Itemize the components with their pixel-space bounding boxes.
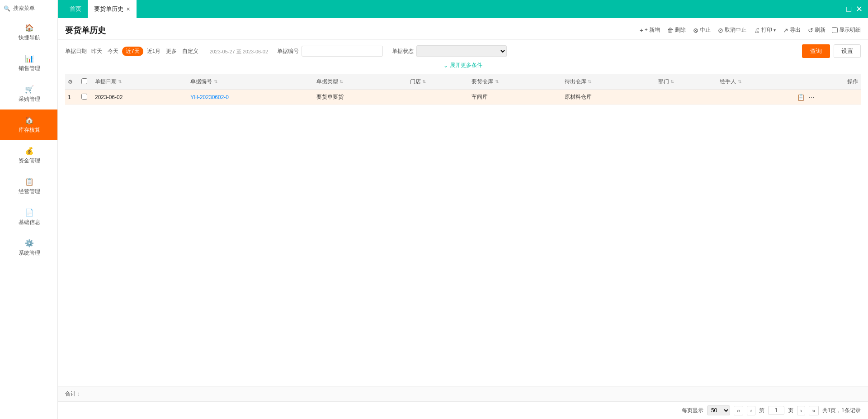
handler-sort-icon[interactable]: ⇅: [738, 79, 741, 84]
date-filter-group: 单据日期 昨天今天近7天近1月更多自定义: [65, 47, 200, 56]
order-no-sort-icon[interactable]: ⇅: [214, 79, 217, 84]
sidebar-item-basic-info[interactable]: 📄基础信息: [0, 202, 57, 233]
row-date: 2023-06-02: [92, 90, 188, 105]
settings-col-header: ⚙: [65, 74, 79, 90]
req-warehouse-col-header: 要货仓库 ⇅: [469, 74, 561, 90]
last-page-button[interactable]: »: [809, 406, 818, 415]
store-sort-icon[interactable]: ⇅: [422, 79, 426, 84]
maximize-icon[interactable]: □: [846, 5, 851, 14]
sidebar-search[interactable]: 🔍 搜索菜单: [0, 0, 57, 17]
table-area: ⚙ 单据日期 ⇅ 单据编号 ⇅: [58, 74, 868, 386]
new-button[interactable]: + + 新增: [638, 24, 661, 36]
cancel-stop-label: 取消中止: [725, 26, 746, 34]
display-detail-toggle[interactable]: 显示明细: [832, 26, 861, 34]
dest-warehouse-col-header: 待出仓库 ⇅: [562, 74, 656, 90]
print-button[interactable]: 🖨 打印 ▾: [753, 24, 777, 36]
dest-warehouse-col-label: 待出仓库: [565, 78, 586, 85]
sidebar-label-purchase: 采购管理: [19, 95, 40, 103]
tab-home[interactable]: 首页: [63, 0, 88, 18]
display-detail-checkbox[interactable]: [832, 27, 838, 33]
date-option-today[interactable]: 今天: [106, 47, 120, 56]
store-col-label: 门店: [410, 78, 421, 85]
delete-button[interactable]: 🗑 删除: [666, 24, 687, 36]
table-footer: 合计：: [58, 386, 868, 401]
order-type-sort-icon[interactable]: ⇅: [340, 79, 343, 84]
row-order-type: 要货单要货: [314, 90, 407, 105]
expand-label: 展开更多条件: [450, 62, 482, 69]
new-label: + 新增: [645, 26, 660, 34]
cancel-stop-icon: ⊘: [718, 27, 723, 34]
first-page-button[interactable]: «: [734, 406, 743, 415]
store-col-header: 门店 ⇅: [407, 74, 469, 90]
print-arrow-icon: ▾: [774, 28, 776, 33]
page-title: 要货单历史: [65, 25, 106, 36]
tab-requisition-history[interactable]: 要货单历史✕: [88, 0, 137, 18]
delete-label: 删除: [675, 26, 686, 34]
prev-page-button[interactable]: ‹: [747, 406, 755, 415]
row-more-icon[interactable]: ⋯: [808, 94, 815, 101]
page-content: 要货单历史 + + 新增 🗑 删除 ⊗ 中止 ⊘: [58, 18, 868, 419]
date-range-display: 2023-05-27 至 2023-06-02: [209, 48, 268, 55]
row-edit-icon[interactable]: 📋: [797, 94, 805, 101]
sidebar-icon-finance: 💰: [25, 147, 34, 155]
search-icon: 🔍: [4, 5, 10, 12]
order-type-col-header: 单据类型 ⇅: [314, 74, 407, 90]
status-select[interactable]: [416, 45, 507, 57]
row-select-checkbox[interactable]: [81, 94, 87, 100]
row-checkbox[interactable]: [79, 90, 92, 105]
per-page-label: 每页显示: [682, 407, 703, 414]
date-option-more[interactable]: 更多: [164, 47, 179, 56]
close-icon[interactable]: ✕: [856, 4, 863, 14]
per-page-select[interactable]: 2050100: [707, 405, 730, 415]
print-label: 打印: [761, 26, 772, 34]
req-warehouse-col-label: 要货仓库: [472, 78, 493, 85]
row-no: 1: [65, 90, 79, 105]
row-actions: 📋 ⋯: [794, 90, 861, 105]
sidebar-label-operation: 经营管理: [19, 188, 40, 195]
select-all-checkbox[interactable]: [81, 78, 87, 84]
date-option-yesterday[interactable]: 昨天: [90, 47, 104, 56]
export-button[interactable]: ↗ 导出: [782, 24, 802, 36]
sidebar-label-inventory: 库存核算: [19, 126, 40, 134]
sidebar-label-quick-nav: 快捷导航: [19, 34, 40, 42]
expand-more-button[interactable]: ⌄ 展开更多条件: [65, 62, 861, 69]
stop-icon: ⊗: [693, 27, 698, 34]
date-option-recent_month[interactable]: 近1月: [145, 47, 163, 56]
settings-button[interactable]: 设置: [834, 44, 861, 58]
next-page-button[interactable]: ›: [797, 406, 805, 415]
sidebar-search-label: 搜索菜单: [13, 5, 35, 12]
tab-close-requisition-history[interactable]: ✕: [126, 6, 130, 12]
date-option-recent7[interactable]: 近7天: [122, 47, 143, 56]
dest-warehouse-sort-icon[interactable]: ⇅: [588, 79, 591, 84]
dept-sort-icon[interactable]: ⇅: [670, 79, 674, 84]
checkbox-col-header: [79, 74, 92, 90]
date-option-custom[interactable]: 自定义: [180, 47, 200, 56]
search-button[interactable]: 查询: [802, 44, 830, 58]
column-settings-icon[interactable]: ⚙: [68, 79, 73, 85]
sidebar-item-finance[interactable]: 💰资金管理: [0, 140, 57, 171]
sidebar-item-quick-nav[interactable]: 🏠快捷导航: [0, 17, 57, 48]
sidebar-item-purchase[interactable]: 🛒采购管理: [0, 79, 57, 110]
status-filter-group: 单据状态: [392, 45, 507, 57]
dept-col-header: 部门 ⇅: [656, 74, 717, 90]
sidebar-item-inventory[interactable]: 🏠库存核算: [0, 110, 57, 140]
page-number-input[interactable]: [768, 406, 784, 415]
filter-row: 单据日期 昨天今天近7天近1月更多自定义 2023-05-27 至 2023-0…: [65, 44, 861, 58]
top-bar: 首页要货单历史✕ □ ✕: [58, 0, 868, 18]
date-sort-icon[interactable]: ⇅: [118, 79, 122, 84]
order-no-col-label: 单据编号: [190, 78, 212, 85]
order-no-input[interactable]: [302, 46, 383, 57]
print-icon: 🖨: [754, 27, 760, 34]
stop-button[interactable]: ⊗ 中止: [692, 24, 712, 36]
table-header-row: ⚙ 单据日期 ⇅ 单据编号 ⇅: [65, 74, 861, 90]
sidebar-item-operation[interactable]: 📋经营管理: [0, 171, 57, 202]
summary-label: 合计：: [65, 390, 81, 397]
order-no-link[interactable]: YH-20230602-0: [190, 94, 229, 100]
req-warehouse-sort-icon[interactable]: ⇅: [495, 79, 499, 84]
sidebar-item-system[interactable]: ⚙️系统管理: [0, 233, 57, 263]
cancel-stop-button[interactable]: ⊘ 取消中止: [717, 24, 747, 36]
row-dept: [656, 90, 717, 105]
sidebar-item-sales[interactable]: 📊销售管理: [0, 48, 57, 79]
new-icon: +: [639, 27, 643, 34]
refresh-button[interactable]: ↺ 刷新: [807, 24, 826, 36]
